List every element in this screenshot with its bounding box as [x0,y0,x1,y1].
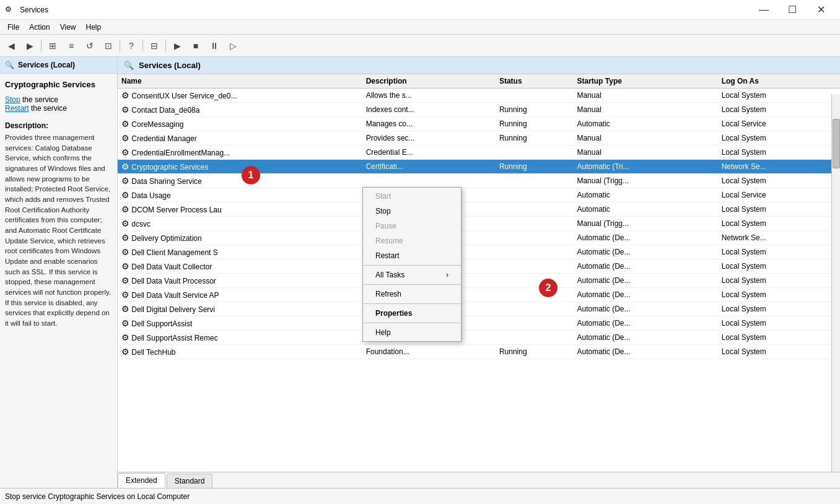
context-menu-item-help[interactable]: Help [363,325,461,340]
table-row[interactable]: ⚙ dcsvc Manual (Trigg... Local System [118,217,840,231]
menu-view[interactable]: View [55,22,81,33]
cell-logon-as: Local System [718,174,840,188]
menu-bar: File Action View Help [0,20,840,35]
col-startup-type[interactable]: Startup Type [573,74,717,89]
sidebar: 🔍 Services (Local) Cryptographic Service… [0,57,118,488]
col-description[interactable]: Description [362,74,496,89]
table-row[interactable]: ⚙ Dell SupportAssist Automatic (De... Lo… [118,316,840,331]
col-name[interactable]: Name [118,74,362,89]
cell-status [496,316,574,331]
table-row[interactable]: ⚙ Contact Data_de08a Indexes cont... Run… [118,103,840,117]
cell-status [496,288,574,302]
service-icon: ⚙ [121,133,129,143]
context-menu: StartStopPauseResumeRestartAll Tasks›Ref… [362,187,462,342]
table-row[interactable]: ⚙ Dell Digital Delivery Servi Automatic … [118,302,840,316]
cell-startup-type: Manual [573,89,717,103]
cell-logon-as: Local System [718,103,840,117]
table-row[interactable]: ⚙ CredentialEnrollmentManag... Credentia… [118,146,840,160]
context-menu-separator [363,265,461,266]
context-menu-separator [363,323,461,323]
cell-description: Certificati... [362,160,496,174]
cell-name: ⚙ Dell Data Vault Collector [118,259,362,274]
context-menu-item-all-tasks[interactable]: All Tasks› [363,267,461,282]
table-row[interactable]: ⚙ ConsentUX User Service_de0... Allows t… [118,89,840,103]
back-button[interactable]: ◀ [2,37,20,54]
cell-status [496,231,574,245]
cell-status [496,202,574,217]
context-menu-item-stop[interactable]: Stop [363,204,461,219]
close-button[interactable]: ✕ [807,0,835,20]
table-row[interactable]: ⚙ Dell Data Vault Processor Automatic (D… [118,274,840,288]
scrollbar-thumb[interactable] [833,119,840,168]
cell-startup-type: Automatic [573,202,717,217]
cell-startup-type: Manual (Trigg... [573,217,717,231]
tab-standard[interactable]: Standard [167,474,213,488]
table-row[interactable]: ⚙ Dell Data Vault Service AP Automatic (… [118,288,840,302]
table-row[interactable]: ⚙ Data Usage Automatic Local Service [118,188,840,202]
restart-service-button[interactable]: ▷ [224,37,242,54]
service-title: Cryptographic Services [5,80,112,89]
table-row[interactable]: ⚙ Dell TechHub Foundation... Running Aut… [118,345,840,359]
table-row[interactable]: ⚙ Credential Manager Provides sec... Run… [118,131,840,146]
cell-description: Foundation... [362,345,496,359]
restart-link[interactable]: Restart [5,104,29,113]
export-button[interactable]: ⊡ [100,37,117,54]
cell-status: Running [496,131,574,146]
scrollbar[interactable] [831,94,840,472]
service-icon: ⚙ [121,318,129,328]
stop-service-button[interactable]: ■ [187,37,204,54]
help-button[interactable]: ? [123,37,140,54]
service-icon: ⚙ [121,119,129,129]
service-links: Stop the service Restart the service [5,95,112,113]
cell-name: ⚙ CredentialEnrollmentManag... [118,146,362,160]
refresh-button[interactable]: ↺ [81,37,98,54]
cell-description: Allows the s... [362,89,496,103]
maximize-button[interactable]: ☐ [778,0,807,20]
col-status[interactable]: Status [496,74,574,89]
service-icon: ⚙ [121,204,129,214]
table-row[interactable]: ⚙ Cryptographic Services Certificati... … [118,160,840,174]
cell-startup-type: Manual (Trigg... [573,174,717,188]
table-row[interactable]: ⚙ Delivery Optimization Automatic (De...… [118,231,840,245]
properties-button[interactable]: ⊟ [146,37,163,54]
show-description-button[interactable]: ≡ [63,37,80,54]
context-menu-separator [363,284,461,285]
start-service-button[interactable]: ▶ [168,37,186,54]
cell-startup-type: Manual [573,146,717,160]
pause-service-button[interactable]: ⏸ [206,37,223,54]
cell-name: ⚙ Data Usage [118,188,362,202]
window-controls: — ☐ ✕ [750,0,835,20]
context-menu-item-properties[interactable]: Properties [363,306,461,321]
context-menu-item-refresh[interactable]: Refresh [363,287,461,302]
cell-name: ⚙ ConsentUX User Service_de0... [118,89,362,103]
col-logon-as[interactable]: Log On As [718,74,840,89]
forward-button[interactable]: ▶ [21,37,38,54]
minimize-button[interactable]: — [750,0,778,20]
cell-status [496,331,574,345]
table-row[interactable]: ⚙ Data Sharing Service Manual (Trigg... … [118,174,840,188]
cell-status [496,188,574,202]
cell-logon-as: Local System [718,217,840,231]
table-row[interactable]: ⚙ CoreMessaging Manages co... Running Au… [118,117,840,131]
menu-action[interactable]: Action [24,22,55,33]
menu-help[interactable]: Help [81,22,107,33]
table-row[interactable]: ⚙ Dell Client Management S Automatic (De… [118,245,840,259]
content-header-icon: 🔍 [124,61,134,70]
cell-startup-type: Automatic (De... [573,302,717,316]
show-console-button[interactable]: ⊞ [44,37,61,54]
menu-file[interactable]: File [2,22,24,33]
service-icon: ⚙ [121,261,129,271]
table-row[interactable]: ⚙ Dell Data Vault Collector Automatic (D… [118,259,840,274]
cell-description: Provides sec... [362,131,496,146]
cell-name: ⚙ Dell Digital Delivery Servi [118,302,362,316]
tab-extended[interactable]: Extended [118,473,165,488]
context-menu-item-restart[interactable]: Restart [363,248,461,263]
title-bar: ⚙ Services — ☐ ✕ [0,0,840,20]
service-icon: ⚙ [121,105,129,115]
service-icon: ⚙ [121,147,129,157]
annotation-badge-2: 2 [539,279,558,297]
table-row[interactable]: ⚙ Dell SupportAssist Remec Automatic (De… [118,331,840,345]
stop-link[interactable]: Stop [5,95,20,104]
services-table-wrap[interactable]: Name Description Status Startup Type Log… [118,74,840,472]
table-row[interactable]: ⚙ DCOM Server Process Lau Automatic Loca… [118,202,840,217]
